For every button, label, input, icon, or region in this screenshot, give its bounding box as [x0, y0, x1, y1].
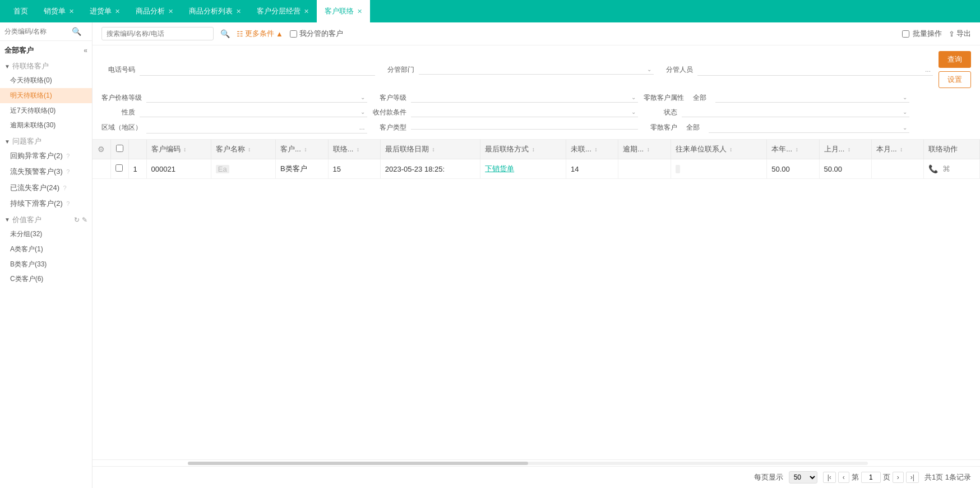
filter-select-status[interactable]: ⌄	[682, 107, 909, 117]
sidebar-item-ungrouped[interactable]: 未分组(32)	[0, 227, 92, 242]
filter-field-dept: 分管部门 ⌄	[381, 65, 654, 75]
nav-product-analysis[interactable]: 商品分析 ✕	[128, 0, 181, 22]
nav-product-analysis-list[interactable]: 商品分析列表 ✕	[181, 0, 249, 22]
sidebar-item-declining[interactable]: 持续下滑客户(2) ?	[0, 196, 92, 211]
help-icon[interactable]: ?	[63, 185, 66, 191]
filter-input-phone[interactable]	[140, 64, 375, 76]
sidebar-item-overdue[interactable]: 逾期未联络(30)	[0, 118, 92, 133]
nav-purchase-order[interactable]: 进货单 ✕	[82, 0, 128, 22]
filter-select-retail-customer[interactable]: ⌄	[709, 123, 909, 133]
th-not-contacted[interactable]: 未联... ↕	[566, 140, 618, 159]
per-page-select[interactable]: 50 100	[789, 471, 817, 484]
close-icon[interactable]: ✕	[304, 8, 309, 15]
more-conditions-button[interactable]: ☷ 更多条件 ▲	[237, 29, 283, 39]
filter-select-payment[interactable]: ⌄	[411, 107, 639, 117]
filter-select-customer-level[interactable]: ⌄	[411, 93, 639, 103]
sidebar-item-class-a[interactable]: A类客户(1)	[0, 242, 92, 257]
chevron-up-icon: ▲	[276, 30, 283, 38]
row-checkbox[interactable]	[115, 164, 123, 172]
close-icon[interactable]: ✕	[168, 8, 173, 15]
td-this-year: 50.00	[767, 159, 819, 179]
nav-customer-contact[interactable]: 客户联络 ✕	[317, 0, 370, 22]
collapse-icon[interactable]: «	[84, 47, 87, 54]
th-this-year[interactable]: 本年... ↕	[767, 140, 819, 159]
chevron-down-icon: ⌄	[903, 94, 907, 100]
filter-field-nature: 性质 ⌄	[101, 107, 367, 117]
horizontal-scrollbar[interactable]	[93, 459, 980, 466]
close-icon[interactable]: ✕	[69, 8, 74, 15]
td-customer-name: Ea	[211, 159, 275, 179]
filter-select-customer-value[interactable]: ⌄	[146, 93, 367, 103]
help-icon[interactable]: ?	[66, 200, 70, 207]
sidebar-item-class-c[interactable]: C类客户(6)	[0, 271, 92, 287]
filter-select-customer-type[interactable]	[411, 126, 639, 130]
filter-select-retail-attr[interactable]: ⌄	[715, 93, 909, 103]
th-overdue[interactable]: 逾期... ↕	[618, 140, 671, 159]
my-customers-check[interactable]	[290, 30, 297, 38]
th-last-contact-method[interactable]: 最后联络方式 ↕	[480, 140, 566, 159]
close-icon[interactable]: ✕	[236, 8, 241, 15]
sidebar-item-7days[interactable]: 近7天待联络(0)	[0, 103, 92, 118]
arrow-icon: ▼	[4, 139, 10, 145]
main-search-input[interactable]	[101, 27, 214, 40]
scrollbar-track[interactable]	[188, 462, 868, 465]
main-search-button[interactable]: 🔍	[220, 29, 230, 38]
customer-table: ⚙ 客户编码 ↕ 客户名称 ↕	[93, 140, 980, 179]
page-number-input[interactable]	[861, 472, 881, 483]
filter-select-area[interactable]: ...	[146, 122, 367, 133]
sidebar-item-churn-warning[interactable]: 流失预警客户(3) ?	[0, 164, 92, 179]
prev-page-button[interactable]: ‹	[838, 472, 849, 483]
td-last-contact-method[interactable]: 下销货单	[480, 159, 566, 179]
sidebar-item-churned[interactable]: 已流失客户(24) ?	[0, 180, 92, 196]
sidebar-all-customers-header[interactable]: 全部客户 «	[0, 41, 92, 58]
th-settings[interactable]: ⚙	[93, 140, 110, 159]
batch-op-button[interactable]: 批量操作	[902, 29, 942, 39]
select-all-checkbox[interactable]	[116, 145, 123, 152]
search-icon[interactable]: 🔍	[72, 27, 81, 36]
th-last-month[interactable]: 上月... ↕	[819, 140, 871, 159]
td-checkbox[interactable]	[110, 159, 128, 179]
sidebar-item-class-b[interactable]: B类客户(33)	[0, 257, 92, 272]
sidebar-item-repurchase-abnormal[interactable]: 回购异常客户(2) ?	[0, 148, 92, 164]
nav-sales-order[interactable]: 销货单 ✕	[36, 0, 82, 22]
td-action: 📞 ⌘	[924, 159, 980, 179]
settings-button[interactable]: 设置	[939, 71, 971, 88]
nav-customer-tier[interactable]: 客户分层经营 ✕	[249, 0, 317, 22]
sidebar-search-input[interactable]	[4, 27, 72, 35]
td-unit-contact	[671, 159, 767, 179]
filter-select-dept[interactable]: ⌄	[419, 65, 654, 75]
help-icon[interactable]: ?	[66, 153, 70, 159]
query-button[interactable]: 查询	[939, 51, 971, 68]
settings-gear-icon[interactable]: ⚙	[98, 145, 105, 154]
th-checkbox[interactable]	[110, 140, 128, 159]
th-customer-type[interactable]: 客户... ↕	[275, 140, 328, 159]
next-page-button[interactable]: ›	[893, 472, 904, 483]
th-this-month[interactable]: 本月... ↕	[871, 140, 923, 159]
edit-icon[interactable]: ✎	[82, 216, 87, 224]
close-icon[interactable]: ✕	[357, 8, 362, 15]
filter-select-nature[interactable]: ⌄	[140, 107, 367, 117]
batch-checkbox[interactable]	[902, 30, 909, 38]
last-contact-method-link[interactable]: 下销货单	[485, 164, 514, 173]
first-page-button[interactable]: |‹	[823, 472, 836, 483]
grid-icon[interactable]: ⌘	[942, 164, 950, 173]
th-last-contact-date[interactable]: 最后联络日期 ↕	[380, 140, 480, 159]
filter-row-4: 区域（地区） ... 客户类型 零散客户 全部	[101, 122, 971, 133]
export-button[interactable]: ⇪ 导出	[949, 29, 971, 39]
sidebar-item-today[interactable]: 今天待联络(0)	[0, 73, 92, 88]
th-contact[interactable]: 联络... ↕	[328, 140, 380, 159]
my-customers-checkbox[interactable]: 我分管的客户	[290, 29, 343, 39]
close-icon[interactable]: ✕	[115, 8, 120, 15]
nav-home[interactable]: 首页	[6, 0, 36, 22]
help-icon[interactable]: ?	[66, 168, 70, 175]
th-customer-code[interactable]: 客户编码 ↕	[146, 140, 211, 159]
th-unit-contact[interactable]: 往来单位联系人 ↕	[671, 140, 767, 159]
th-customer-name[interactable]: 客户名称 ↕	[211, 140, 275, 159]
phone-icon[interactable]: 📞	[928, 164, 938, 173]
scrollbar-thumb[interactable]	[188, 462, 528, 465]
filter-field-phone: 电话号码	[101, 64, 375, 76]
filter-select-manager[interactable]: ...	[697, 64, 933, 76]
last-page-button[interactable]: ›|	[906, 472, 919, 483]
sidebar-item-tomorrow[interactable]: 明天待联络(1)	[0, 88, 92, 103]
refresh-icon[interactable]: ↻	[74, 216, 80, 224]
